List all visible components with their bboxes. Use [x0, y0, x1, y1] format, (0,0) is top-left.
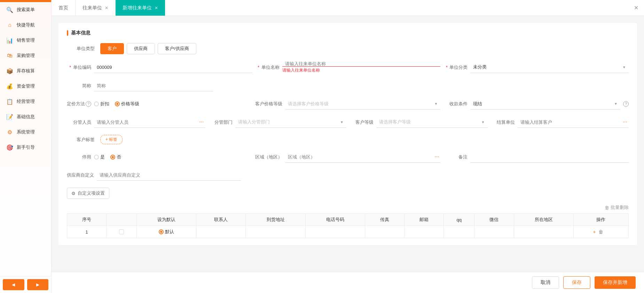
global-close-btn[interactable]: ✕ [628, 0, 644, 16]
col-phone: 电话号码 [305, 214, 365, 226]
settlement-more-btn[interactable]: ··· [621, 119, 629, 125]
tab-partners-label: 往来单位 [83, 5, 102, 11]
save-button[interactable]: 保存 [563, 276, 590, 289]
row-qq [444, 226, 474, 238]
unit-code-field: * 单位编码 [67, 62, 252, 73]
remark-field: 备注 [443, 152, 629, 163]
type-btn-customer[interactable]: 客户 [100, 43, 124, 54]
footer: 取消 保存 保存并新增 [52, 272, 644, 293]
row-phone [305, 226, 365, 238]
customer-price-level-select[interactable]: 请选择客户价格等级 ▼ [285, 98, 441, 109]
region-label: 区域（地区） [255, 154, 282, 160]
batch-delete-btn[interactable]: 🗑 批量删除 [605, 204, 629, 211]
supplier-custom-input[interactable] [97, 170, 241, 181]
remark-input[interactable] [470, 152, 629, 163]
short-name-field: 简称 [67, 80, 213, 91]
customer-level-select[interactable]: 请选择客户等级 ▼ [376, 117, 488, 128]
guide-icon: 🎯 [6, 144, 13, 151]
batch-delete-label: 批量删除 [611, 204, 629, 211]
section-title-text: 基本信息 [71, 30, 91, 36]
row-contact [196, 226, 246, 238]
row-default-cell: 默认 [137, 226, 196, 238]
radio-disable-no-circle [110, 155, 115, 160]
manager-label: 分管人员 [67, 119, 91, 125]
pricing-help-icon[interactable]: ? [86, 101, 91, 107]
department-select[interactable]: 请输入分管部门 ▼ [235, 117, 347, 128]
payment-help-icon[interactable]: ? [623, 101, 629, 107]
basic-info-icon: 📝 [6, 113, 13, 120]
manager-more-btn[interactable]: ··· [198, 119, 205, 125]
sidebar-item-finance[interactable]: 💰 资金管理 [0, 79, 51, 94]
payment-terms-select[interactable]: 现结 ▼ [470, 98, 620, 109]
unit-name-error: 请输入往来单位名称 [282, 67, 441, 73]
row-delete-btn[interactable]: 🗑 [598, 229, 603, 235]
short-name-input[interactable] [94, 80, 213, 91]
sidebar-item-basic-info-label: 基础信息 [17, 114, 35, 120]
type-btn-both[interactable]: 客户/供应商 [158, 43, 196, 54]
save-new-button[interactable]: 保存并新增 [595, 276, 636, 289]
sidebar-item-search[interactable]: 🔍 搜索菜单 [0, 2, 51, 17]
custom-settings-btn[interactable]: ⚙ 自定义项设置 [67, 188, 109, 199]
sidebar-item-purchase[interactable]: 🛍 采购管理 [0, 48, 51, 63]
pricing-method-label: 定价方法 ? [67, 101, 91, 107]
settlement-unit-input[interactable] [518, 116, 621, 128]
cancel-button[interactable]: 取消 [532, 276, 559, 289]
manager-field: 分管人员 ··· [67, 116, 205, 128]
sidebar-expand-btn[interactable]: ▶ [27, 279, 49, 290]
sales-icon: 📊 [6, 37, 13, 44]
batch-delete-area: 🗑 批量删除 [67, 204, 629, 211]
disable-label: 停用 [67, 154, 91, 160]
disable-field: 停用 是 否 [67, 154, 252, 160]
type-btn-supplier[interactable]: 供应商 [127, 43, 155, 54]
region-more-btn[interactable]: ··· [433, 154, 440, 160]
unit-code-name-row: * 单位编码 * 单位名称 请输入往来单位名称 [67, 61, 629, 73]
sidebar-item-quick-nav[interactable]: ⌂ 快捷导航 [0, 17, 51, 33]
row-default-radio[interactable]: 默认 [141, 229, 192, 235]
row-checkbox[interactable] [119, 229, 124, 234]
tab-home[interactable]: 首页 [52, 0, 76, 16]
department-placeholder: 请输入分管部门 [235, 119, 340, 125]
tab-partners-close[interactable]: ✕ [105, 6, 108, 10]
table-row: 1 默认 [67, 226, 629, 238]
radio-price-level[interactable]: 价格等级 [115, 101, 139, 107]
sidebar-item-quick-nav-label: 快捷导航 [17, 22, 35, 28]
operation-icon: 📋 [6, 98, 13, 105]
add-tag-btn[interactable]: + 标签 [100, 135, 123, 144]
section-title-icon [67, 30, 68, 36]
basic-info-card: 基本信息 单位类型 客户 供应商 客户/供应商 * [58, 23, 637, 245]
radio-disable-yes-circle [94, 155, 99, 160]
unit-type-row: 单位类型 客户 供应商 客户/供应商 [67, 43, 629, 54]
sidebar-item-guide[interactable]: 🎯 新手引导 [0, 140, 51, 155]
unit-name-input[interactable] [282, 61, 441, 67]
sidebar-item-inventory[interactable]: 📦 库存核算 [0, 63, 51, 79]
region-input[interactable] [285, 151, 433, 162]
sidebar-item-guide-label: 新手引导 [17, 144, 35, 150]
unit-category-select[interactable]: 未分类 ▼ [470, 62, 629, 73]
col-action: 操作 [573, 214, 628, 226]
short-name-label: 简称 [67, 83, 91, 89]
unit-category-star: * [446, 65, 448, 70]
customer-price-level-placeholder: 请选择客户价格等级 [285, 101, 434, 107]
customer-level-field: 客户等级 请选择客户等级 ▼ [349, 117, 488, 128]
sidebar-item-operation[interactable]: 📋 经营管理 [0, 94, 51, 109]
row-add-btn[interactable]: + [593, 229, 596, 235]
payment-terms-value: 现结 [470, 101, 614, 107]
sidebar-item-system[interactable]: ⚙ 系统管理 [0, 124, 51, 140]
tab-partners[interactable]: 往来单位 ✕ [76, 0, 116, 16]
sidebar-bottom: ◀ ▶ [0, 276, 51, 293]
tab-new-partner[interactable]: 新增往来单位 ✕ [116, 0, 165, 16]
radio-disable-yes[interactable]: 是 [94, 154, 105, 160]
disable-region-row: 停用 是 否 区域（地区） [67, 151, 629, 163]
sidebar-collapse-btn[interactable]: ◀ [3, 279, 24, 290]
tab-new-partner-close[interactable]: ✕ [155, 6, 158, 10]
unit-code-input[interactable] [94, 62, 252, 73]
sidebar-item-basic-info[interactable]: 📝 基础信息 [0, 109, 51, 124]
col-fax: 传真 [365, 214, 404, 226]
sidebar-item-inventory-label: 库存核算 [17, 68, 35, 74]
manager-input[interactable] [94, 116, 198, 128]
delete-icon: 🗑 [605, 205, 609, 210]
radio-disable-no[interactable]: 否 [110, 154, 121, 160]
supplier-custom-label: 供应商自定义 [67, 172, 94, 178]
radio-discount[interactable]: 折扣 [94, 101, 109, 107]
sidebar-item-sales[interactable]: 📊 销售管理 [0, 33, 51, 48]
